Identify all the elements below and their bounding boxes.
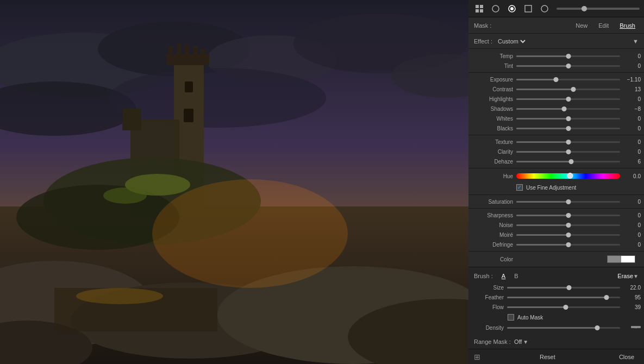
auto-mask-row: Auto Mask [468, 312, 644, 323]
photo-area [0, 0, 468, 364]
square-icon[interactable] [522, 2, 535, 15]
record-icon[interactable] [505, 2, 518, 15]
footer-left-icon[interactable]: ⊞ [474, 353, 480, 361]
brush-feather-row: Feather 95 [468, 292, 644, 302]
temp-row: Temp 0 [468, 51, 644, 61]
effect-label: Effect : [474, 38, 492, 45]
tint-slider[interactable] [516, 65, 620, 67]
brush-flow-value: 39 [623, 304, 641, 310]
svg-rect-34 [480, 5, 483, 8]
reset-button[interactable]: Reset [535, 353, 560, 361]
shadows-row: Shadows −8 [468, 104, 644, 114]
shadows-slider[interactable] [516, 108, 620, 110]
svg-rect-14 [185, 45, 189, 55]
brush-size-label: Size [474, 285, 504, 291]
fine-adjustment-checkbox[interactable]: ✓ [516, 184, 523, 191]
temp-label: Temp [474, 53, 513, 59]
effect-select[interactable]: Custom [496, 37, 527, 45]
mask-header: Mask : New Edit Brush [468, 17, 644, 34]
hue-slider[interactable] [516, 173, 620, 179]
sliders-section: Temp 0 Tint 0 Exposure −1.10 [468, 49, 644, 267]
dehaze-row: Dehaze 6 [468, 156, 644, 166]
footer: ⊞ Reset Close [468, 349, 644, 364]
brush-feather-value: 95 [623, 294, 641, 300]
toolbar [468, 0, 644, 17]
range-mask-value: Off [514, 338, 522, 345]
sharpness-slider[interactable] [516, 215, 620, 216]
defringe-slider[interactable] [516, 244, 620, 246]
defringe-value: 0 [623, 242, 641, 248]
brush-size-row: Size 22.0 [468, 283, 644, 292]
contrast-value: 13 [623, 86, 641, 92]
color-swatch[interactable] [607, 255, 635, 263]
auto-mask-checkbox[interactable] [508, 314, 514, 321]
hue-row: Hue 0.0 [468, 170, 644, 182]
blacks-slider[interactable] [516, 128, 620, 129]
svg-rect-17 [185, 81, 193, 92]
density-slider[interactable] [507, 327, 620, 329]
hue-label: Hue [474, 173, 513, 179]
auto-mask-label: Auto Mask [517, 315, 543, 321]
noise-slider[interactable] [516, 224, 620, 226]
svg-point-30 [152, 179, 348, 288]
brush-a-button[interactable]: A [497, 272, 510, 280]
toolbar-slider-thumb[interactable] [582, 6, 587, 11]
sharpness-row: Sharpness 0 [468, 210, 644, 220]
brush-size-slider[interactable] [507, 287, 620, 288]
defringe-row: Defringe 0 [468, 240, 644, 249]
mask-edit-button[interactable]: Edit [595, 21, 612, 30]
range-mask-label: Range Mask : [474, 338, 511, 345]
blacks-row: Blacks 0 [468, 123, 644, 133]
brush-b-button[interactable]: B [510, 272, 522, 280]
highlights-slider[interactable] [516, 98, 620, 100]
brush-erase-button[interactable]: Erase [617, 273, 633, 279]
shadows-label: Shadows [474, 106, 513, 112]
mask-brush-button[interactable]: Brush [616, 21, 639, 30]
clarity-row: Clarity 0 [468, 147, 644, 156]
whites-value: 0 [623, 116, 641, 122]
brush-flow-slider[interactable] [507, 306, 620, 308]
texture-slider[interactable] [516, 141, 620, 143]
circle-outline-icon[interactable] [489, 2, 502, 15]
svg-rect-18 [184, 109, 193, 122]
svg-rect-12 [168, 46, 173, 56]
close-button[interactable]: Close [615, 353, 639, 361]
contrast-slider[interactable] [516, 89, 620, 90]
sharpness-value: 0 [623, 212, 641, 218]
tint-value: 0 [623, 63, 641, 69]
effect-dropdown-arrow[interactable]: ▼ [633, 38, 639, 45]
hue-value: 0.0 [623, 173, 641, 179]
svg-point-37 [492, 5, 499, 12]
saturation-slider[interactable] [516, 201, 620, 203]
whites-slider[interactable] [516, 118, 620, 120]
toolbar-slider[interactable] [557, 8, 640, 10]
svg-point-29 [76, 288, 163, 304]
range-mask-arrow[interactable]: ▼ [523, 339, 528, 345]
svg-rect-15 [193, 46, 198, 56]
fine-adjustment-row: ✓ Use Fine Adjustment [468, 182, 644, 193]
brush-feather-slider[interactable] [507, 297, 620, 298]
svg-text:↔: ↔ [634, 326, 638, 330]
color-row: Color [468, 253, 644, 265]
texture-row: Texture 0 [468, 137, 644, 147]
moire-row: Moiré 0 [468, 230, 644, 240]
dehaze-slider[interactable] [516, 161, 620, 162]
exposure-slider[interactable] [516, 79, 620, 80]
texture-value: 0 [623, 139, 641, 145]
noise-row: Noise 0 [468, 220, 644, 230]
circle-empty-icon[interactable] [538, 2, 551, 15]
texture-label: Texture [474, 139, 513, 145]
brush-flow-row: Flow 39 [468, 302, 644, 312]
density-label: Density [474, 325, 504, 331]
noise-value: 0 [623, 222, 641, 228]
fine-adjustment-label: Use Fine Adjustment [526, 185, 576, 191]
checkmark-icon: ✓ [517, 185, 522, 190]
saturation-label: Saturation [474, 199, 513, 205]
grid-icon[interactable] [473, 2, 486, 15]
moire-slider[interactable] [516, 234, 620, 236]
clarity-slider[interactable] [516, 151, 620, 153]
brush-dropdown-arrow[interactable]: ▼ [633, 273, 639, 279]
highlights-row: Highlights 0 [468, 94, 644, 104]
temp-slider[interactable] [516, 55, 620, 57]
mask-new-button[interactable]: New [572, 21, 591, 30]
